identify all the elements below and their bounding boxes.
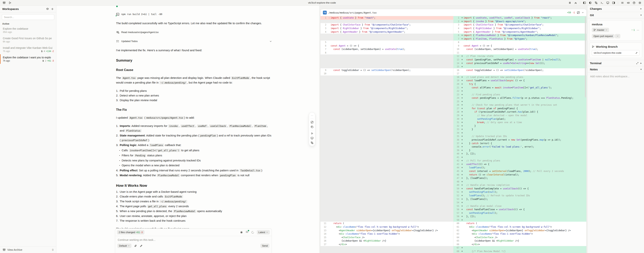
- open-pull-request-button[interactable]: Open pull request: [592, 34, 614, 38]
- send-button[interactable]: Send: [260, 244, 270, 248]
- diff-left-line: 5: [320, 40, 453, 44]
- list-item: 2.Detect when a new plan arrives: [116, 93, 272, 98]
- diff-left-line: [320, 86, 453, 89]
- tool-call-row[interactable]: npm run build 2>&1 | tail -80: [116, 12, 272, 16]
- diff-row: 14+ const previousPlanIdsRef = useRef<Se…: [320, 61, 586, 65]
- display-icon[interactable]: [310, 137, 314, 140]
- pull-request-dropdown[interactable]: [615, 34, 620, 38]
- collapse-up-icon[interactable]: [574, 1, 577, 4]
- pause-icon[interactable]: [568, 1, 571, 4]
- diff-right-line: 58+ }, []);: [454, 215, 586, 218]
- spark-icon[interactable]: [240, 231, 243, 234]
- theme-icon[interactable]: [589, 1, 592, 4]
- archive-icon[interactable]: [3, 1, 6, 4]
- notes-section-header[interactable]: Notes ▾: [588, 66, 644, 73]
- diff-left-line: [320, 173, 453, 176]
- workspace-time: 7h ago: [3, 60, 10, 62]
- mode-dropdown[interactable]: Default: [117, 244, 132, 248]
- diff-left-line: 3import { RightSidebar } from "@/compone…: [320, 27, 453, 30]
- git-compare-icon[interactable]: [310, 141, 314, 144]
- diff-left-line: [320, 246, 453, 250]
- tool-label: Updated Todos: [121, 39, 138, 44]
- help-icon[interactable]: [632, 1, 636, 4]
- more-options-icon[interactable]: ⋯: [637, 28, 640, 32]
- diff-left-line: [320, 96, 453, 100]
- git-label: Git: [590, 14, 594, 17]
- tool-call-row[interactable]: Read medusa/src/pages/Agent.tsx: [116, 30, 272, 34]
- diff-right-line: 60 return (: [454, 222, 586, 225]
- diff-left-line: 1-import { useState } from "react";: [320, 16, 453, 20]
- active-section-label: Active: [0, 21, 56, 26]
- diff-left-line: [320, 76, 453, 79]
- diff-right-line: 13+ const [pendingPlan, setPendingPlan] …: [454, 58, 586, 62]
- play-icon[interactable]: [310, 132, 314, 135]
- scrollbar[interactable]: [585, 17, 586, 98]
- drag-dots-icon[interactable]: [310, 114, 314, 117]
- chevron-down-icon[interactable]: [582, 12, 584, 14]
- view-archive-button[interactable]: View Archive 0: [0, 246, 56, 253]
- display-icon[interactable]: [606, 1, 609, 4]
- changes-section-header[interactable]: Changes ▸: [588, 6, 644, 12]
- chevron-down-icon[interactable]: [270, 40, 272, 42]
- sign-out-icon[interactable]: [9, 1, 12, 4]
- diff-left-line: [320, 180, 453, 183]
- diff-right-line: 40+ }, []);: [454, 152, 586, 156]
- todos-status-dot: [248, 230, 249, 231]
- message-input[interactable]: [115, 236, 272, 242]
- workspace-item[interactable]: Install and integrate Vibe Kanban Web Gu…: [0, 45, 56, 54]
- diff-right-line: 51+ setPendingPlan(null);: [454, 190, 586, 194]
- pen-icon[interactable]: [140, 244, 143, 247]
- add-workspace-button[interactable]: [51, 8, 54, 10]
- expand-icon[interactable]: [636, 62, 638, 64]
- diff-row: 29+ // New plan detected — open the moda…: [320, 114, 586, 117]
- workspace-item[interactable]: Explore the codebase I want you to explo…: [0, 54, 56, 64]
- chat-ordered-list: 1.Poll for pending plans2.Detect when a …: [116, 88, 272, 102]
- chat-scroll-area[interactable]: npm run build 2>&1 | tail -80The build c…: [56, 6, 319, 228]
- inline-code: useEffect: [180, 124, 196, 128]
- diff-right-line: 30+ setPendingPlan(plan);: [454, 117, 586, 121]
- copy-icon[interactable]: [310, 125, 314, 128]
- git-section-header[interactable]: Git ▾: [588, 12, 644, 18]
- announce-icon[interactable]: [627, 1, 630, 4]
- diff-left-line: [320, 134, 453, 138]
- chat-ordered-list: 1.Imports: Added necessary imports for i…: [116, 124, 272, 178]
- diff-body[interactable]: 1-import { useState } from "react";1+imp…: [320, 16, 586, 253]
- panel-left-icon[interactable]: [583, 1, 586, 4]
- chat-paragraph: The Agent.tsx page was missing all plan …: [116, 76, 272, 85]
- todos-icon: [116, 40, 120, 43]
- workspaces-header: Workspaces: [0, 6, 56, 12]
- inline-code: previousPlanIdsRef: [121, 139, 148, 142]
- branch-icon: [592, 46, 594, 48]
- version-dropdown[interactable]: Latest: [257, 230, 270, 234]
- diff-right-line: 57+ setPendingPlan(null);: [454, 211, 586, 215]
- settings-icon[interactable]: [638, 1, 641, 4]
- search-input[interactable]: [2, 14, 54, 20]
- chat-panel: npm run build 2>&1 | tail -80The build c…: [56, 6, 319, 253]
- files-changed-badge[interactable]: 2 files changed +61 -3: [117, 230, 144, 234]
- diff-mode-icon[interactable]: [577, 11, 580, 14]
- menu-icon[interactable]: [621, 1, 624, 4]
- branch-dropdown[interactable]: master: [592, 28, 609, 32]
- workspace-item[interactable]: Explore the codebase35m ago: [0, 26, 56, 35]
- file-icon: [42, 60, 44, 62]
- bullet-list: •Calls invoke<PlanItem[]>('get_all_plans…: [118, 148, 272, 168]
- todos-collapse-row[interactable]: Updated Todos: [116, 39, 272, 44]
- diff-right-line: 16 const toggleSidebar = () => setSideba…: [454, 68, 586, 72]
- panel-right-icon[interactable]: [612, 1, 615, 4]
- notes-input[interactable]: Add notes about this workspace...: [588, 73, 644, 80]
- terminal-section-header[interactable]: Terminal ▸: [588, 60, 644, 66]
- diff-right-line: 5import { AgentHeader } from "@/componen…: [454, 30, 586, 34]
- list-item: 5.When a new pending plan is detected, t…: [116, 209, 272, 214]
- workspaces-sidebar: Workspaces Active Explore the codebase35…: [0, 6, 56, 253]
- terminal-icon[interactable]: [600, 1, 604, 4]
- layers-icon[interactable]: [46, 8, 49, 10]
- diff-left-line: [320, 54, 453, 58]
- workspace-item[interactable]: Create Good First Issues on Github So pe…: [0, 35, 56, 45]
- edit-icon[interactable]: [635, 52, 638, 54]
- attach-icon[interactable]: [134, 244, 137, 247]
- diff-right-line: 14+ const previousPlanIdsRef = useRef<Se…: [454, 61, 586, 65]
- git-compare-icon[interactable]: [594, 1, 598, 4]
- diff-row: 48+: [320, 180, 586, 183]
- diff-slash-icon[interactable]: [310, 121, 314, 124]
- working-branch-input[interactable]: [594, 52, 634, 54]
